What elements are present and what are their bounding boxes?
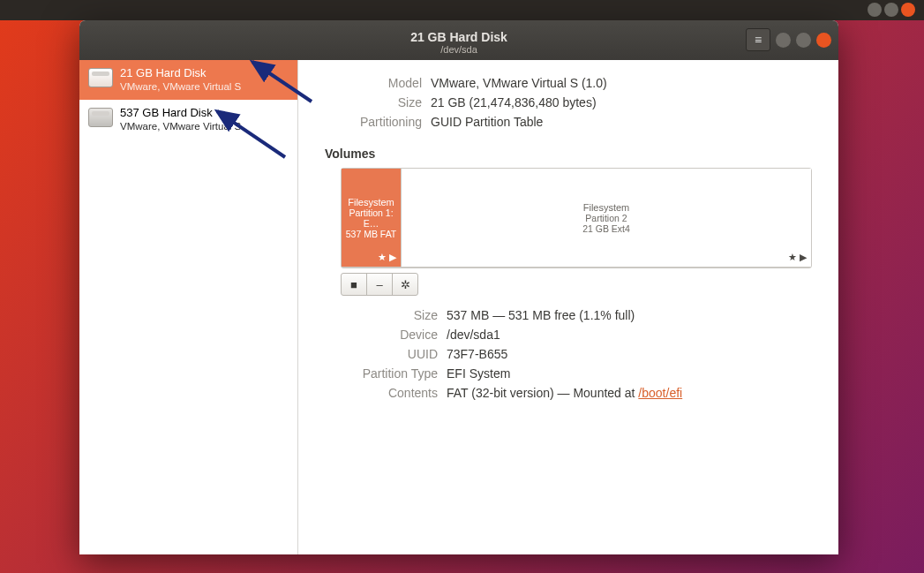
partition-options-button[interactable]: ✲ [392,273,418,296]
maximize-button[interactable] [796,33,811,48]
partition-1[interactable]: Filesystem Partition 1: E… 537 MB FAT ★ … [342,169,402,267]
disk-model: VMware, VMware Virtual S [120,120,241,132]
vol-device-value: /dev/sda1 [447,328,812,342]
vol-contents-value: FAT (32-bit version) — Mounted at /boot/… [447,386,812,400]
titlebar: 21 GB Hard Disk /dev/sda ≡ [79,20,838,60]
volume-toolbar: ■ – ✲ [341,273,812,296]
main-panel: Model VMware, VMware Virtual S (1.0) Siz… [298,60,838,554]
volumes-header: Volumes [325,147,812,161]
volume-map: Filesystem Partition 1: E… 537 MB FAT ★ … [341,168,812,268]
partition-label: Partition 2 [585,213,627,223]
mount-point-link[interactable]: /boot/efi [638,386,682,400]
size-value: 21 GB (21,474,836,480 bytes) [431,95,812,109]
disk-name: 537 GB Hard Disk [120,106,241,120]
indicator-icon [868,3,882,17]
vol-ptype-value: EFI System [447,366,812,381]
close-button[interactable] [816,33,831,48]
indicator-icon [901,3,915,17]
vol-device-label: Device [341,328,438,342]
disk-sidebar: 21 GB Hard Disk VMware, VMware Virtual S… [79,60,298,554]
partition-title: Filesystem [348,197,394,207]
gears-icon: ✲ [401,278,410,291]
minimize-button[interactable] [776,33,791,48]
delete-partition-button[interactable]: – [366,273,393,296]
partition-title: Filesystem [583,202,630,213]
disks-window: 21 GB Hard Disk /dev/sda ≡ 21 GB Hard Di… [79,20,838,554]
model-label: Model [325,76,422,90]
window-subtitle: /dev/sda [79,44,838,55]
harddisk-icon [88,108,113,127]
vol-ptype-label: Partition Type [341,366,438,381]
sidebar-disk-537gb[interactable]: 537 GB Hard Disk VMware, VMware Virtual … [79,100,297,139]
partitioning-label: Partitioning [325,115,422,129]
vol-contents-label: Contents [341,386,438,400]
model-value: VMware, VMware Virtual S (1.0) [431,76,812,90]
partition-size: 21 GB Ext4 [582,223,630,234]
panel-indicators [868,3,915,17]
size-label: Size [325,95,422,109]
partitioning-value: GUID Partition Table [431,115,812,129]
partition-2[interactable]: Filesystem Partition 2 21 GB Ext4 ★ ▶ [402,169,811,267]
vol-size-label: Size [341,308,438,322]
disk-name: 21 GB Hard Disk [120,66,241,80]
vol-size-value: 537 MB — 531 MB free (1.1% full) [447,308,812,322]
sidebar-disk-21gb[interactable]: 21 GB Hard Disk VMware, VMware Virtual S [79,60,297,100]
partition-indicators: ★ ▶ [378,252,396,263]
hamburger-menu-button[interactable]: ≡ [746,28,770,51]
desktop-panel [0,0,924,20]
disk-model: VMware, VMware Virtual S [120,80,241,93]
unmount-button[interactable]: ■ [341,273,367,296]
indicator-icon [884,3,898,17]
partition-label: Partition 1: E… [342,207,401,229]
partition-size: 537 MB FAT [346,229,397,239]
minus-icon: – [376,278,382,291]
harddisk-icon [88,68,113,87]
window-title: 21 GB Hard Disk [79,30,838,44]
vol-uuid-value: 73F7-B655 [447,347,812,361]
vol-uuid-label: UUID [341,347,438,361]
partition-indicators: ★ ▶ [788,252,807,263]
stop-icon: ■ [350,278,357,291]
hamburger-icon: ≡ [755,33,762,47]
